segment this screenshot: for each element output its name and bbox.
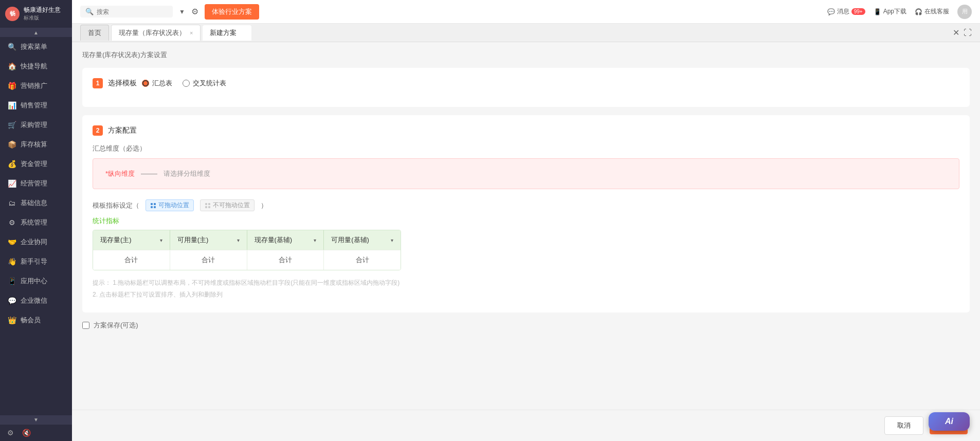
section2-title: 方案配置 (108, 126, 137, 135)
svg-rect-1 (154, 203, 156, 205)
app-logo-icon: 畅 (5, 7, 20, 21)
stats-table-header: 现存量(主) ▾ 可用量(主) ▾ 现存量(基辅) ▾ (93, 230, 401, 250)
sidebar: 畅 畅康通好生意 标准版 ▲ 🔍 搜索菜单 🏠 快捷导航 🎁 营销推广 📊 销售… (0, 0, 72, 441)
dimension-box: *纵向维度 —— 请选择分组维度 (93, 158, 959, 189)
app-logo-text: 畅康通好生意 标准版 (24, 6, 61, 22)
sidebar-item-system[interactable]: ⚙ 系统管理 (0, 213, 72, 232)
stats-cell-2: 合计 (170, 250, 247, 270)
tab-new-scheme[interactable]: 新建方案 × (203, 25, 251, 41)
app-download-button[interactable]: 📱 App下载 (874, 7, 906, 16)
template-radio-group: 汇总表 交叉统计表 (142, 79, 226, 88)
sidebar-item-newbie[interactable]: 👋 新手引导 (0, 252, 72, 271)
wave-icon: 👋 (7, 257, 16, 266)
app-logo: 畅 畅康通好生意 标准版 (0, 0, 72, 28)
sidebar-item-member[interactable]: 👑 畅会员 (0, 310, 72, 330)
sidebar-item-shortcut[interactable]: 🏠 快捷导航 (0, 57, 72, 76)
dropdown-button[interactable]: ▼ (179, 8, 185, 15)
radio-summary-input[interactable] (142, 80, 149, 87)
gift-icon: 🎁 (7, 81, 16, 90)
message-icon: 💬 (827, 8, 835, 15)
message-button[interactable]: 💬 消息 99+ (827, 7, 865, 16)
sidebar-item-sales[interactable]: 📊 销售管理 (0, 96, 72, 115)
tab-inventory[interactable]: 现存量（库存状况表） × (111, 25, 201, 41)
sidebar-item-basic[interactable]: 🗂 基础信息 (0, 193, 72, 213)
trial-button[interactable]: 体验行业方案 (205, 4, 259, 20)
svg-rect-3 (154, 206, 156, 208)
tip-1: 提示： 1.拖动标题栏可以调整布局，不可跨维度或指标区域拖动栏目字段(只能在同一… (93, 279, 959, 287)
radio-summary[interactable]: 汇总表 (142, 79, 172, 88)
search-icon-topbar: 🔍 (85, 8, 94, 15)
cart-icon: 🛒 (7, 120, 16, 130)
tab-home[interactable]: 首页 (80, 25, 109, 41)
sidebar-item-cooperation[interactable]: 🤝 企业协同 (0, 232, 72, 252)
tips-section: 提示： 1.拖动标题栏可以调整布局，不可跨维度或指标区域拖动栏目字段(只能在同一… (93, 279, 959, 299)
user-avatar[interactable]: 用 (957, 5, 972, 19)
chevron-down-icon-1: ▾ (160, 237, 162, 243)
chat-icon: 💬 (7, 296, 16, 305)
section-config: 2 方案配置 汇总维度（必选） *纵向维度 —— 请选择分组维度 模板指标设定（ (82, 115, 970, 313)
tabbar-right: ✕ ⛶ (953, 28, 972, 38)
tab-inventory-close[interactable]: × (190, 30, 193, 36)
radio-cross-input[interactable] (183, 80, 190, 87)
ai-fab-button[interactable]: Ai (929, 412, 970, 431)
stats-col-1-header[interactable]: 现存量(主) ▾ (93, 230, 170, 250)
search-input[interactable] (97, 8, 158, 15)
chevron-down-icon-4: ▾ (391, 237, 393, 243)
svg-rect-6 (205, 206, 207, 208)
sidebar-item-operations[interactable]: 📈 经营管理 (0, 174, 72, 193)
page-title: 现存量(库存状况表)方案设置 (82, 50, 970, 60)
search-bar: 🔍 (80, 6, 173, 17)
svg-rect-2 (151, 206, 153, 208)
headset-icon: 🎧 (915, 8, 922, 15)
save-checkbox[interactable] (82, 322, 89, 329)
section2-header: 2 方案配置 (93, 125, 959, 136)
sidebar-scroll-down[interactable]: ▼ (0, 415, 72, 424)
mute-footer-icon[interactable]: 🔇 (22, 429, 31, 437)
sidebar-scroll-up[interactable]: ▲ (0, 28, 72, 37)
message-badge: 99+ (851, 8, 865, 15)
svg-rect-4 (205, 203, 207, 205)
tab-expand-btn[interactable]: ⛶ (964, 28, 972, 38)
tabbar: 首页 现存量（库存状况表） × 新建方案 × ✕ ⛶ (72, 24, 980, 42)
settings-footer-icon[interactable]: ⚙ (7, 429, 14, 437)
dimension-label: 汇总维度（必选） (93, 144, 959, 153)
home-icon: 🏠 (7, 62, 16, 71)
drag-icon (150, 203, 156, 209)
chevron-down-icon-2: ▾ (237, 237, 240, 243)
tab-close-btn[interactable]: ✕ (953, 28, 959, 38)
sidebar-item-marketing[interactable]: 🎁 营销推广 (0, 76, 72, 96)
chevron-down-icon-3: ▾ (314, 237, 316, 243)
sidebar-item-apps[interactable]: 📱 应用中心 (0, 271, 72, 291)
settings-button[interactable]: ⚙ (191, 7, 198, 16)
no-drag-icon (205, 203, 211, 209)
crown-icon: 👑 (7, 316, 16, 325)
sidebar-item-inventory[interactable]: 📦 库存核算 (0, 135, 72, 154)
stats-col-4-header[interactable]: 可用量(基辅) ▾ (324, 230, 401, 250)
sidebar-item-purchase[interactable]: 🛒 采购管理 (0, 115, 72, 135)
sidebar-item-search[interactable]: 🔍 搜索菜单 (0, 37, 72, 57)
bottombar: 取消 查询 (72, 410, 980, 441)
money-icon: 💰 (7, 159, 16, 169)
stats-col-3-header[interactable]: 现存量(基辅) ▾ (247, 230, 324, 250)
metrics-section: 模板指标设定（ 可拖动位置 (93, 199, 959, 270)
tab-new-scheme-close[interactable]: × (241, 30, 244, 36)
save-row: 方案保存(可选) (82, 321, 970, 330)
draggable-badge: 可拖动位置 (146, 199, 194, 211)
section2-num: 2 (93, 125, 103, 136)
sidebar-item-finance[interactable]: 💰 资金管理 (0, 154, 72, 174)
stats-table-body: 合计 合计 合计 合计 (93, 250, 401, 270)
cancel-button[interactable]: 取消 (884, 416, 923, 435)
svg-rect-5 (208, 203, 210, 205)
trend-icon: 📈 (7, 179, 16, 188)
dimension-placeholder[interactable]: 请选择分组维度 (164, 169, 210, 178)
sidebar-item-wechat[interactable]: 💬 企业微信 (0, 291, 72, 310)
svg-rect-0 (151, 203, 153, 205)
topbar: 🔍 ▼ ⚙ 体验行业方案 💬 消息 99+ 📱 App下载 🎧 在线客服 用 (72, 0, 980, 24)
box-icon: 📦 (7, 140, 16, 149)
customer-service-button[interactable]: 🎧 在线客服 (915, 7, 949, 16)
stats-col-2-header[interactable]: 可用量(主) ▾ (170, 230, 247, 250)
radio-cross[interactable]: 交叉统计表 (183, 79, 226, 88)
section-template: 1 选择模板 汇总表 交叉统计表 (82, 68, 970, 107)
non-draggable-badge: 不可拖动位置 (200, 199, 255, 211)
section1-num: 1 (93, 78, 103, 88)
